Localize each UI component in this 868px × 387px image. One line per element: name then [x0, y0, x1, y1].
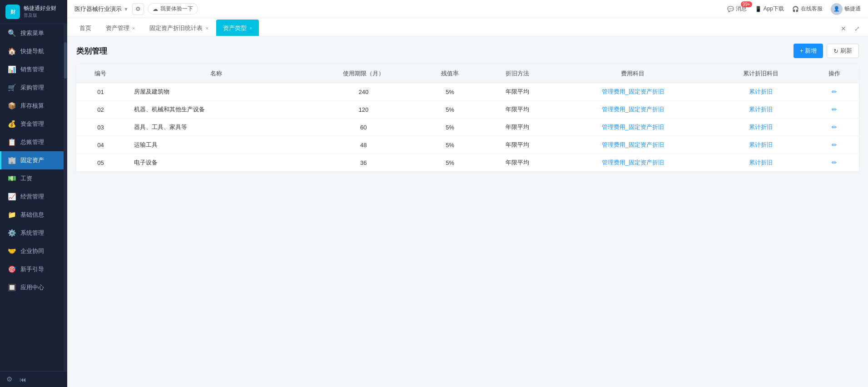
edit-icon[interactable]: ✏	[832, 124, 837, 131]
sidebar-label-ledger: 总账管理	[20, 138, 44, 146]
sidebar-item-finance[interactable]: 💰 资金管理	[0, 115, 64, 133]
settings-icon[interactable]: ⚙	[6, 375, 12, 383]
sidebar-item-purchase[interactable]: 🛒 采购管理	[0, 79, 64, 97]
sidebar-label-quick-nav: 快捷导航	[20, 47, 44, 55]
sidebar-label-payroll: 工资	[20, 174, 32, 183]
cell-period: 60	[308, 119, 419, 136]
tab-asset-type-close[interactable]: ×	[249, 25, 252, 31]
sidebar-item-search[interactable]: 🔍 搜索菜单	[0, 24, 64, 42]
cell-name: 机器、机械和其他生产设备	[125, 101, 308, 119]
sidebar-item-basic-info[interactable]: 📁 基础信息	[0, 206, 64, 224]
tabsbar-actions: ✕ ⤢	[838, 23, 863, 36]
app-logo-sub: 普及版	[24, 12, 56, 19]
col-expense: 费用科目	[555, 64, 711, 83]
fixed-assets-icon: 🏢	[8, 156, 16, 164]
sidebar-label-fixed-assets: 固定资产	[20, 156, 44, 164]
tab-depreciation-table[interactable]: 固定资产折旧统计表 ×	[143, 20, 215, 36]
sidebar-label-system: 系统管理	[20, 229, 44, 237]
tab-asset-mgmt-close[interactable]: ×	[132, 25, 135, 31]
sidebar-label-guide: 新手引导	[20, 265, 44, 273]
user-profile-button[interactable]: 👤 畅捷通	[831, 3, 861, 15]
app-center-icon: 🔲	[8, 283, 16, 292]
tab-depreciation-label: 固定资产折旧统计表	[149, 24, 203, 32]
cell-action[interactable]: ✏	[810, 136, 859, 154]
table-header-row: 编号 名称 使用期限（月） 残值率 折旧方法 费用科目 累计折旧科目 操作	[76, 64, 859, 83]
edit-icon[interactable]: ✏	[832, 88, 837, 95]
data-table: 编号 名称 使用期限（月） 残值率 折旧方法 费用科目 累计折旧科目 操作 01…	[76, 64, 859, 172]
sidebar-scrollbar[interactable]	[64, 24, 67, 371]
sidebar-item-ledger[interactable]: 📋 总账管理	[0, 133, 64, 151]
sidebar-item-payroll[interactable]: 💵 工资	[0, 169, 64, 188]
settings-gear-button[interactable]: ⚙	[132, 3, 144, 15]
cell-period: 36	[308, 154, 419, 172]
cell-action[interactable]: ✏	[810, 154, 859, 172]
app-download-button[interactable]: 📱 App下载	[755, 5, 784, 13]
tab-asset-type[interactable]: 资产类型 ×	[216, 20, 259, 36]
company-selector[interactable]: 医疗器械行业演示 ▼	[74, 5, 129, 13]
sidebar-item-app-center[interactable]: 🔲 应用中心	[0, 278, 64, 297]
sidebar-item-enterprise[interactable]: 🤝 企业协同	[0, 242, 64, 260]
message-button[interactable]: 💬 消息 99+	[727, 5, 747, 13]
refresh-button[interactable]: ↻ 刷新	[827, 44, 859, 58]
quick-nav-icon: 🏠	[8, 47, 16, 55]
sidebar-item-system[interactable]: ⚙️ 系统管理	[0, 224, 64, 242]
expand-button[interactable]: ⤢	[852, 23, 863, 34]
cell-period: 48	[308, 136, 419, 154]
edit-icon[interactable]: ✏	[832, 141, 837, 149]
cell-action[interactable]: ✏	[810, 83, 859, 101]
operations-icon: 📈	[8, 193, 16, 201]
sidebar-logo: 财 畅捷通好业财 普及版	[0, 0, 67, 24]
close-tab-button[interactable]: ✕	[838, 23, 849, 34]
cell-id: 03	[76, 119, 125, 136]
cell-period: 120	[308, 101, 419, 119]
edit-icon[interactable]: ✏	[832, 159, 837, 166]
table-row: 01 房屋及建筑物 240 5% 年限平均 管理费用_固定资产折旧 累计折旧 ✏	[76, 83, 859, 101]
sidebar-bottom: ⚙ ⏮	[0, 371, 67, 387]
experience-button[interactable]: ☁ 我要体验一下	[148, 3, 198, 15]
chevron-down-icon: ▼	[124, 6, 129, 12]
topbar: 医疗器械行业演示 ▼ ⚙ ☁ 我要体验一下 💬 消息 99+ 📱 App下载	[67, 0, 868, 18]
cell-accumulated: 累计折旧	[711, 101, 810, 119]
sidebar-label-finance: 资金管理	[20, 120, 44, 128]
tab-home[interactable]: 首页	[73, 20, 98, 36]
sidebar-item-operations[interactable]: 📈 经营管理	[0, 188, 64, 206]
tab-asset-type-label: 资产类型	[223, 24, 247, 32]
experience-label: 我要体验一下	[160, 5, 193, 13]
page-title: 类别管理	[76, 46, 107, 56]
main-area: 医疗器械行业演示 ▼ ⚙ ☁ 我要体验一下 💬 消息 99+ 📱 App下载	[67, 0, 868, 387]
toggle-icon[interactable]: ⏮	[20, 376, 26, 383]
table-row: 05 电子设备 36 5% 年限平均 管理费用_固定资产折旧 累计折旧 ✏	[76, 154, 859, 172]
sidebar: 财 畅捷通好业财 普及版 🔍 搜索菜单 🏠 快捷导航 📊 销售管理 🛒 采购管理…	[0, 0, 67, 387]
refresh-icon: ↻	[833, 48, 838, 55]
page-actions: + 新增 ↻ 刷新	[794, 44, 859, 58]
cell-expense: 管理费用_固定资产折旧	[555, 136, 711, 154]
sidebar-item-fixed-assets[interactable]: 🏢 固定资产	[0, 151, 64, 169]
edit-icon[interactable]: ✏	[832, 106, 837, 113]
cell-accumulated: 累计折旧	[711, 119, 810, 136]
col-name: 名称	[125, 64, 308, 83]
sidebar-label-enterprise: 企业协同	[20, 247, 44, 255]
sidebar-item-inventory[interactable]: 📦 库存核算	[0, 97, 64, 115]
cell-action[interactable]: ✏	[810, 101, 859, 119]
new-button[interactable]: + 新增	[794, 44, 823, 58]
table-row: 02 机器、机械和其他生产设备 120 5% 年限平均 管理费用_固定资产折旧 …	[76, 101, 859, 119]
cell-name: 电子设备	[125, 154, 308, 172]
sidebar-item-guide[interactable]: 🎯 新手引导	[0, 260, 64, 278]
inventory-icon: 📦	[8, 102, 16, 110]
tabs-bar: 首页 资产管理 × 固定资产折旧统计表 × 资产类型 × ✕ ⤢	[67, 18, 868, 36]
cell-action[interactable]: ✏	[810, 119, 859, 136]
tab-asset-mgmt[interactable]: 资产管理 ×	[99, 20, 142, 36]
tab-asset-mgmt-label: 资产管理	[106, 24, 129, 32]
mobile-icon: 📱	[755, 6, 762, 12]
user-icon: 👤	[833, 6, 840, 12]
cell-method: 年限平均	[481, 154, 555, 172]
finance-icon: 💰	[8, 120, 16, 128]
online-service-button[interactable]: 🎧 在线客服	[792, 5, 823, 13]
tab-depreciation-close[interactable]: ×	[205, 25, 208, 31]
sidebar-item-quick-nav[interactable]: 🏠 快捷导航	[0, 42, 64, 60]
sidebar-item-sales[interactable]: 📊 销售管理	[0, 60, 64, 79]
cell-accumulated: 累计折旧	[711, 83, 810, 101]
enterprise-icon: 🤝	[8, 247, 16, 255]
sidebar-label-search: 搜索菜单	[20, 29, 44, 37]
ledger-icon: 📋	[8, 138, 16, 146]
